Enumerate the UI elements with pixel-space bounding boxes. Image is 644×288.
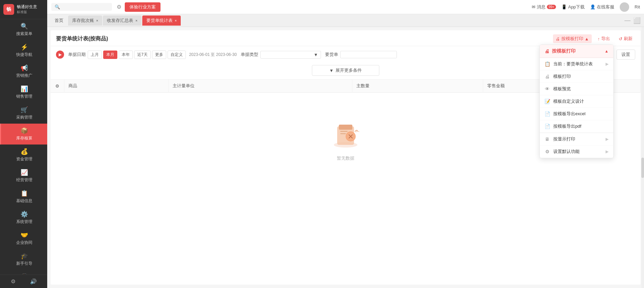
dropdown-display-print[interactable]: 🖥 按显示打印 ▶: [540, 133, 613, 146]
type-filter-group: 单据类型 ▼: [241, 51, 321, 59]
print-dropdown: 🖨 按模板打印 ▲ 📋 当前：要货单统计表 ▶ 🖨 模板打印: [539, 44, 614, 158]
username: Rit: [635, 4, 640, 9]
messages-label: 消息: [537, 4, 546, 10]
page-header: 要货单统计表(按商品) 🖨 按模板打印 ▲ ↑ 导出 ↺ 刷新: [51, 30, 641, 46]
scrollbar-thumb[interactable]: [641, 158, 644, 178]
svg-rect-2: [339, 125, 352, 130]
dropdown-chevron[interactable]: ▲: [605, 49, 609, 54]
tab-collection-close[interactable]: ×: [135, 19, 137, 23]
template-print-label: 模板打印: [553, 73, 571, 79]
sidebar-label-inventory: 库存核算: [16, 135, 32, 141]
sidebar-item-basic[interactable]: 📋 基础信息: [0, 186, 47, 207]
tab-batch-close[interactable]: ×: [96, 19, 98, 23]
sidebar-nav: 🔍 搜索菜单 ⚡ 快捷导航 📢 营销推广 📊 销售管理 🛒 采购管理 📦 库存核…: [0, 19, 47, 275]
sidebar-item-corp[interactable]: 🤝 企业协同: [0, 228, 47, 249]
date-prev-month[interactable]: 上月: [88, 51, 102, 59]
date-last7[interactable]: 近7天: [134, 51, 151, 59]
order-input-wrapper: [340, 51, 397, 58]
sidebar-label-operation: 经营管理: [16, 177, 32, 183]
avatar: [620, 2, 629, 12]
template-design-label: 模板自定义设计: [553, 98, 584, 104]
date-custom[interactable]: 自定义: [168, 51, 186, 59]
col-settings[interactable]: ⚙: [51, 79, 64, 93]
tab-batch[interactable]: 库存批次账 ×: [68, 15, 102, 26]
online-service-item[interactable]: 👤 在线客服: [590, 4, 614, 10]
display-print-label: 按显示打印: [553, 136, 575, 142]
search-input[interactable]: [62, 5, 103, 9]
order-label: 要货单: [325, 52, 338, 58]
dropdown-current-label: 当前：要货单统计表: [553, 61, 593, 67]
refresh-btn[interactable]: ↺ 刷新: [616, 34, 635, 43]
content-area: 要货单统计表(按商品) 🖨 按模板打印 ▲ ↑ 导出 ↺ 刷新: [47, 27, 644, 288]
sidebar-item-apps[interactable]: 📱 应用中心: [0, 270, 47, 275]
operation-icon: 📈: [21, 169, 28, 176]
corp-icon: 🤝: [21, 231, 28, 239]
tab-order-stat-close[interactable]: ×: [175, 19, 177, 23]
logo-text-group: 畅通好生意 标准版: [17, 4, 37, 14]
filter-expand-icon[interactable]: ▶: [56, 51, 64, 59]
type-select[interactable]: ▼: [260, 51, 321, 59]
sidebar-item-quick[interactable]: ⚡ 快捷导航: [0, 40, 47, 61]
topbar: 🔍 ⚙ 体验行业方案 ✉ 消息 99+ 📱 App下载 👤 在线客服 Rit: [47, 0, 644, 14]
dropdown-header: 🖨 按模板打印 ▲: [540, 45, 613, 58]
export-btn[interactable]: ↑ 导出: [595, 34, 613, 43]
expand-more-icon: ▼: [329, 68, 334, 73]
dropdown-current[interactable]: 📋 当前：要货单统计表 ▶: [540, 58, 613, 70]
speaker-icon[interactable]: 🔊: [30, 278, 37, 285]
settings-icon[interactable]: ⚙: [11, 278, 16, 285]
sidebar-item-search[interactable]: 🔍 搜索菜单: [0, 19, 47, 40]
page-title: 要货单统计表(按商品): [56, 35, 108, 42]
print-template-btn[interactable]: 🖨 按模板打印 ▲: [553, 34, 592, 43]
print-chevron: ▲: [585, 36, 589, 41]
app-download-item[interactable]: 📱 App下载: [561, 4, 585, 10]
sidebar-item-guide[interactable]: 🎓 新手引导: [0, 249, 47, 270]
sidebar: 畅 畅通好生意 标准版 🔍 搜索菜单 ⚡ 快捷导航 📢 营销推广 📊 销售管理 …: [0, 0, 47, 288]
dropdown-template-design[interactable]: 📝 模板自定义设计: [540, 95, 613, 108]
sidebar-item-finance[interactable]: 💰 资金管理: [0, 145, 47, 165]
app-download-icon: 📱: [561, 4, 567, 9]
default-func-label: 设置默认功能: [553, 149, 580, 155]
expand-more-btn[interactable]: ▼ 展开更多条件: [312, 65, 379, 76]
dropdown-template-preview[interactable]: 👁 模板预览: [540, 83, 613, 95]
expand-more-label: 展开更多条件: [335, 67, 362, 73]
tab-order-stat[interactable]: 要货单统计表 ×: [142, 15, 181, 26]
right-scrollbar: [641, 27, 644, 288]
order-input[interactable]: [343, 52, 394, 57]
sidebar-label-finance: 资金管理: [16, 156, 32, 162]
date-more[interactable]: 更多: [152, 51, 166, 59]
type-select-arrow: ▼: [314, 52, 318, 57]
dropdown-template-print[interactable]: 🖨 模板打印: [540, 70, 613, 83]
sidebar-item-inventory[interactable]: 📦 库存核算: [0, 124, 47, 145]
sidebar-item-purchase[interactable]: 🛒 采购管理: [0, 103, 47, 124]
sidebar-item-system[interactable]: ⚙️ 系统管理: [0, 207, 47, 228]
sidebar-item-sales[interactable]: 📊 销售管理: [0, 82, 47, 103]
sidebar-label-corp: 企业协同: [16, 240, 32, 246]
sidebar-item-operation[interactable]: 📈 经营管理: [0, 165, 47, 186]
sidebar-label-basic: 基础信息: [16, 198, 32, 204]
topbar-gear-icon[interactable]: ⚙: [117, 4, 121, 10]
window-minimize[interactable]: —: [624, 17, 631, 24]
page-actions: 🖨 按模板打印 ▲ ↑ 导出 ↺ 刷新: [553, 34, 635, 43]
window-maximize[interactable]: ⬜: [633, 17, 641, 24]
default-func-icon: ⚙: [545, 149, 550, 154]
finance-icon: 💰: [21, 148, 28, 155]
settings-button[interactable]: 设置: [616, 50, 635, 60]
print-icon: 🖨: [556, 36, 560, 41]
tab-home[interactable]: 首页: [51, 15, 67, 26]
date-current-year[interactable]: 本年: [119, 51, 133, 59]
col-product: 商品: [64, 79, 168, 93]
logo-badge: 标准版: [17, 10, 37, 14]
sidebar-label-marketing: 营销推广: [16, 73, 32, 78]
tab-collection[interactable]: 收发存汇总表 ×: [103, 15, 141, 26]
main-content: 🔍 ⚙ 体验行业方案 ✉ 消息 99+ 📱 App下载 👤 在线客服 Rit: [47, 0, 644, 288]
sidebar-label-purchase: 采购管理: [16, 115, 32, 120]
trial-button[interactable]: 体验行业方案: [125, 2, 160, 12]
messages-item[interactable]: ✉ 消息 99+: [532, 4, 556, 10]
date-current-month[interactable]: 本月: [103, 51, 117, 59]
sidebar-item-marketing[interactable]: 📢 营销推广: [0, 61, 47, 82]
app-download-label: App下载: [568, 4, 585, 10]
refresh-icon: ↺: [619, 36, 622, 41]
dropdown-template-pdf[interactable]: 📄 按模板导出pdf: [540, 120, 613, 133]
dropdown-template-excel[interactable]: 📄 按模板导出excel: [540, 108, 613, 120]
dropdown-default-func[interactable]: ⚙ 设置默认功能 ▶: [540, 146, 613, 158]
